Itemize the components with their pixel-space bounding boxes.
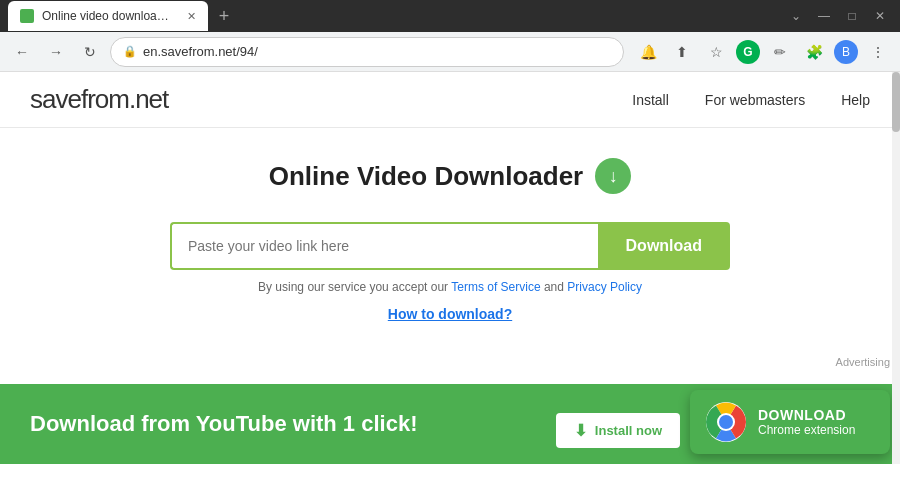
nav-help[interactable]: Help	[841, 92, 870, 108]
nav-links: Install For webmasters Help	[632, 92, 870, 108]
terms-prefix: By using our service you accept our	[258, 280, 451, 294]
website-content: savefrom.net Install For webmasters Help…	[0, 72, 900, 464]
window-controls: ⌄ — □ ✕	[784, 4, 892, 28]
address-bar[interactable]: 🔒 en.savefrom.net/94/	[110, 37, 624, 67]
url-input[interactable]	[170, 222, 598, 270]
browser-tab-bar: Online video downloader - Dow... ✕ + ⌄ —…	[0, 0, 900, 32]
install-now-label: Install now	[595, 423, 662, 438]
forward-button[interactable]: →	[42, 38, 70, 66]
lock-icon: 🔒	[123, 45, 137, 58]
extensions-icon[interactable]: 🧩	[800, 38, 828, 66]
bookmark-icon[interactable]: ☆	[702, 38, 730, 66]
banner-content: Download from YouTube with 1 click!	[30, 411, 417, 437]
edit-icon[interactable]: ✏	[766, 38, 794, 66]
page-title: Online Video Downloader	[269, 161, 583, 192]
back-button[interactable]: ←	[8, 38, 36, 66]
url-text: en.savefrom.net/94/	[143, 44, 258, 59]
install-arrow-icon: ⬇	[574, 421, 587, 440]
maximize-button[interactable]: □	[840, 4, 864, 28]
profile-button[interactable]: B	[834, 40, 858, 64]
site-logo: savefrom.net	[30, 84, 168, 115]
ext-text-block: DOWNLOAD Chrome extension	[758, 407, 855, 437]
tab-favicon	[20, 9, 34, 23]
grammarly-icon: G	[736, 40, 760, 64]
scrollbar[interactable]	[892, 72, 900, 464]
new-tab-button[interactable]: +	[212, 4, 236, 28]
terms-and: and	[541, 280, 568, 294]
banner-title: Download from YouTube with 1 click!	[30, 411, 417, 437]
reload-button[interactable]: ↻	[76, 38, 104, 66]
menu-icon[interactable]: ⋮	[864, 38, 892, 66]
download-circle-icon: ↓	[595, 158, 631, 194]
address-bar-row: ← → ↻ 🔒 en.savefrom.net/94/ 🔔 ⬆ ☆ G ✏ 🧩 …	[0, 32, 900, 72]
close-button[interactable]: ✕	[868, 4, 892, 28]
minimize-button[interactable]: —	[812, 4, 836, 28]
scrollbar-thumb[interactable]	[892, 72, 900, 132]
svg-point-2	[719, 415, 733, 429]
tab-title-text: Online video downloader - Dow...	[42, 9, 175, 23]
how-to-download-link[interactable]: How to download?	[388, 306, 512, 322]
active-tab[interactable]: Online video downloader - Dow... ✕	[8, 1, 208, 31]
terms-text: By using our service you accept our Term…	[258, 280, 642, 294]
privacy-policy-link[interactable]: Privacy Policy	[567, 280, 642, 294]
page-title-row: Online Video Downloader ↓	[269, 158, 631, 194]
ext-subtitle-label: Chrome extension	[758, 423, 855, 437]
notifications-icon[interactable]: 🔔	[634, 38, 662, 66]
nav-install[interactable]: Install	[632, 92, 669, 108]
tab-close-button[interactable]: ✕	[187, 10, 196, 23]
install-now-button[interactable]: ⬇ Install now	[556, 413, 680, 448]
nav-webmasters[interactable]: For webmasters	[705, 92, 805, 108]
download-form: Download	[170, 222, 730, 270]
advertising-label: Advertising	[836, 356, 890, 368]
download-button[interactable]: Download	[598, 222, 730, 270]
ext-download-label: DOWNLOAD	[758, 407, 855, 423]
terms-of-service-link[interactable]: Terms of Service	[451, 280, 540, 294]
chevron-up-icon: ⌄	[784, 4, 808, 28]
chrome-logo-icon	[706, 402, 746, 442]
toolbar-icons: 🔔 ⬆ ☆ G ✏ 🧩 B ⋮	[634, 38, 892, 66]
share-icon[interactable]: ⬆	[668, 38, 696, 66]
site-navbar: savefrom.net Install For webmasters Help	[0, 72, 900, 128]
main-content: Online Video Downloader ↓ Download By us…	[0, 128, 900, 358]
chrome-extension-popup[interactable]: DOWNLOAD Chrome extension	[690, 390, 890, 454]
